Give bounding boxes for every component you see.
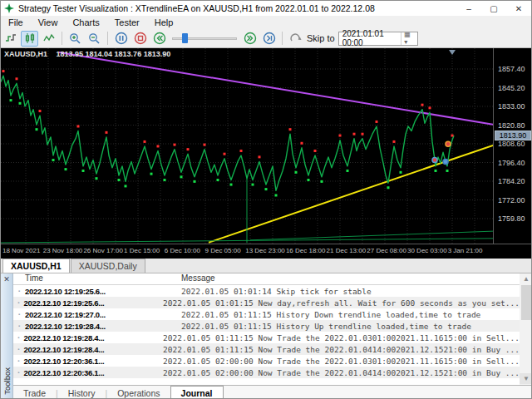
buy-signal-marker [347, 170, 349, 172]
buy-signal-marker [387, 186, 390, 189]
journal-row[interactable]: ▪2022.12.10 12:19:25.6...2022.01.05 01:0… [13, 285, 520, 297]
time-axis-label: 16 Dec 18:00 [286, 247, 326, 254]
time-axis-label: 23 Nov 18:00 [43, 247, 83, 254]
journal-row-time: 2022.12.10 12:19:28.4... [23, 333, 163, 342]
price-axis-label: 1820.80 [498, 121, 525, 130]
trade-marker [443, 159, 448, 164]
line-chart-icon[interactable] [40, 31, 57, 47]
chart-tab-xauusd-daily[interactable]: XAUUSD,Daily [71, 259, 145, 273]
journal-row-message: 2022.01.05 01:11:15 Now Trade the 2022.0… [163, 333, 520, 342]
sell-signal-marker [314, 150, 317, 152]
journal-row[interactable]: ▪2022.12.10 12:19:25.6...2022.01.05 01:0… [13, 297, 520, 308]
toolbar-separator [282, 32, 283, 45]
journal-row[interactable]: ▪2022.12.10 12:19:28.4...2022.01.05 01:1… [13, 332, 520, 343]
fast-forward-icon[interactable] [241, 31, 259, 47]
journal-row[interactable]: ▪2022.12.10 12:19:27.0...2022.01.05 01:1… [13, 308, 520, 320]
tab-trade[interactable]: Trade [13, 387, 56, 399]
log-bullet-icon: ▪ [13, 335, 23, 340]
journal-row-message: 2022.01.05 02:00:00 Now Trade the 2022.0… [163, 368, 520, 377]
bottom-tab-bar: Trade|History|OperationsJournal [13, 385, 532, 399]
tab-journal[interactable]: Journal [170, 386, 224, 399]
chart-symbol: XAUUSD,H1 [4, 50, 47, 58]
scroll-up-icon[interactable]: ▲ [520, 273, 532, 284]
journal-row[interactable]: ▪2022.12.10 12:20:36.1...2022.01.05 02:0… [13, 355, 520, 367]
time-axis-label: 21 Dec 13:00 [327, 247, 367, 254]
stop-icon[interactable] [131, 31, 149, 47]
sell-signal-marker [106, 131, 108, 134]
zoom-out-icon[interactable] [86, 31, 103, 47]
toolbox-label: Toolbox [2, 367, 12, 395]
sell-signal-marker [259, 155, 261, 158]
sell-signal-marker [376, 121, 378, 123]
journal-row-message: 2022.01.05 02:00:00 Now Trade the 2022.0… [163, 357, 520, 366]
toolbar-separator [62, 32, 62, 45]
journal-row[interactable]: ▪2022.12.10 12:19:28.4...2022.01.05 01:1… [13, 320, 520, 332]
menu-item-file[interactable]: File [1, 16, 31, 29]
app-logo-icon [4, 3, 14, 13]
time-axis: 18 Nov 202123 Nov 18:0026 Nov 17:001 Dec… [1, 244, 532, 259]
up-support-trendline [209, 145, 493, 243]
buy-signal-marker [275, 194, 278, 196]
speed-slider-thumb[interactable] [182, 33, 188, 43]
chart-tab-bar: XAUUSD,H1XAUUSD,Daily [1, 259, 531, 273]
trade-marker [432, 158, 437, 163]
skip-to-end-icon[interactable] [260, 31, 278, 47]
maximize-button[interactable]: ▢ [481, 1, 506, 16]
tab-history[interactable]: History [58, 387, 106, 399]
menu-item-view[interactable]: View [31, 16, 66, 29]
scrollbar-thumb[interactable] [521, 285, 531, 320]
sell-signal-marker [362, 133, 364, 135]
menu-bar: FileViewChartsTesterHelp [1, 16, 531, 29]
sell-signal-marker [353, 133, 356, 135]
skip-to-date-input[interactable]: 2021.01.01 00:00 ▦ ▾ [338, 32, 418, 46]
menu-item-tester[interactable]: Tester [107, 16, 147, 29]
journal-row[interactable]: ▪2022.12.10 12:20:36.1...2022.01.05 02:0… [13, 367, 520, 378]
price-axis-label: 1833.00 [498, 102, 525, 111]
toolbox-close-icon[interactable]: ✕ [1, 273, 12, 283]
window-title: Strategy Tester Visualization : XTrendli… [18, 3, 375, 13]
log-bullet-icon: ▪ [13, 288, 25, 293]
speed-slider[interactable] [172, 32, 237, 45]
tick-chart-icon[interactable] [2, 31, 19, 47]
jump-to-icon[interactable] [287, 31, 304, 47]
minimize-button[interactable]: – [456, 1, 481, 16]
journal-col-time: Time [13, 273, 181, 284]
sell-signal-marker [39, 110, 42, 112]
tab-operations[interactable]: Operations [107, 387, 170, 399]
buy-signal-marker [194, 180, 196, 183]
log-bullet-icon: ▪ [13, 312, 25, 317]
price-chart[interactable] [1, 48, 493, 244]
title-bar: Strategy Tester Visualization : XTrendli… [1, 1, 531, 16]
journal-col-message: Message [181, 273, 215, 284]
journal-scrollbar[interactable]: ▲ ▼ [520, 273, 532, 385]
log-bullet-icon: ▪ [13, 347, 23, 352]
zoom-in-icon[interactable] [66, 31, 84, 47]
buy-signal-marker [321, 180, 323, 183]
journal-row-time: 2022.12.10 12:19:25.6... [23, 298, 163, 308]
scroll-down-icon[interactable]: ▼ [520, 373, 532, 384]
journal-row-message: 2022.01.05 01:11:15 History Down trendli… [181, 310, 480, 319]
close-button[interactable]: ✕ [506, 1, 531, 16]
sell-signal-marker [289, 128, 292, 131]
chart-tab-xauusd-h1[interactable]: XAUUSD,H1 [2, 259, 70, 273]
sell-signal-marker [339, 135, 342, 137]
price-axis-label: 1845.20 [498, 84, 525, 92]
rewind-icon[interactable] [150, 31, 168, 47]
chart-area[interactable]: XAUUSD,H1 1813.95 1814.04 1813.76 1813.9… [1, 48, 532, 259]
calendar-dropdown-icon[interactable]: ▦ ▾ [401, 32, 417, 45]
log-bullet-icon: ▪ [13, 323, 25, 328]
pause-icon[interactable] [112, 31, 130, 47]
journal-row[interactable]: ▪2022.12.10 12:19:28.4...2022.01.05 01:1… [13, 343, 520, 355]
sell-signal-marker [77, 125, 80, 127]
candlestick-chart-icon[interactable] [21, 31, 38, 47]
sell-signal-marker [16, 77, 18, 80]
buy-signal-marker [217, 179, 219, 181]
log-bullet-icon: ▪ [13, 300, 23, 305]
buy-signal-marker [150, 173, 153, 175]
menu-item-charts[interactable]: Charts [65, 16, 106, 29]
sell-signal-marker [144, 140, 146, 143]
buy-signal-marker [308, 179, 310, 181]
journal-row-message: 2022.01.05 01:11:15 History Up trendline… [181, 322, 471, 331]
journal-row-message: 2022.01.05 01:01:15 New day,refresh all.… [163, 298, 520, 308]
menu-item-help[interactable]: Help [147, 16, 181, 29]
